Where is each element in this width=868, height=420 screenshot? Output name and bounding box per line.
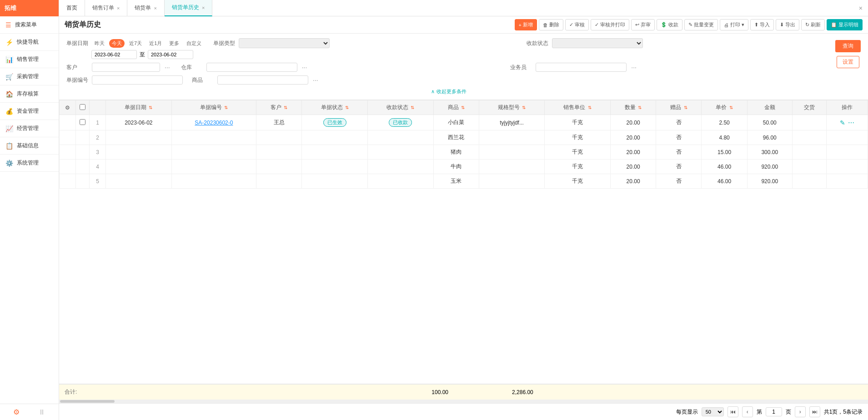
row-unit-price: 2.50 — [702, 115, 747, 130]
collapse-btn[interactable]: ∧ 收起更多条件 — [66, 88, 831, 95]
delete-button[interactable]: 🗑 删除 — [539, 19, 563, 30]
date-tag-7days[interactable]: 近7天 — [126, 39, 145, 48]
sidebar-item-operations-mgmt[interactable]: 📈 经营管理 — [0, 120, 59, 137]
col-gift[interactable]: 赠品 ⇅ — [656, 100, 702, 115]
scroll-bar[interactable] — [59, 400, 868, 403]
doc-type-select[interactable] — [239, 38, 330, 48]
sidebar-item-quick-nav[interactable]: ⚡ 快捷导航 — [0, 34, 59, 51]
date-start-input[interactable] — [91, 50, 137, 59]
col-quantity[interactable]: 数量 ⇅ — [610, 100, 656, 115]
collect-icon: 💲 — [661, 22, 667, 28]
next-page-btn[interactable]: › — [795, 406, 806, 417]
col-unit-price[interactable]: 单价 ⇅ — [702, 100, 747, 115]
salesperson-input[interactable] — [536, 63, 627, 72]
sidebar-item-sales-mgmt[interactable]: 📊 销售管理 — [0, 51, 59, 68]
last-page-btn[interactable]: ⏭ — [809, 406, 820, 417]
doc-no-link[interactable]: SA-20230602-0 — [195, 120, 233, 126]
row-doc-no[interactable] — [171, 145, 256, 160]
date-tag-yesterday[interactable]: 昨天 — [92, 39, 107, 48]
col-doc-no[interactable]: 单据编号 ⇅ — [171, 100, 256, 115]
table-row: 3猪肉千克20.00否15.00300.00 — [60, 145, 868, 160]
date-range-separator: 至 — [140, 51, 145, 59]
row-spec — [479, 160, 545, 174]
goods-input[interactable] — [217, 75, 308, 85]
doc-status-sort-icon: ⇅ — [345, 105, 349, 110]
customer-input[interactable] — [92, 63, 160, 72]
doc-no-input[interactable] — [92, 75, 183, 85]
query-button[interactable]: 查询 — [835, 40, 861, 52]
batch-change-icon: ✎ — [688, 22, 692, 28]
date-tag-1month[interactable]: 近1月 — [146, 39, 165, 48]
col-doc-date[interactable]: 单据日期 ⇅ — [106, 100, 172, 115]
row-transaction — [792, 130, 827, 145]
refresh-button[interactable]: ↻ 刷新 — [801, 19, 825, 30]
collect-button[interactable]: 💲 收款 — [657, 19, 682, 30]
col-payment-status[interactable]: 收款状态 ⇅ — [367, 100, 433, 115]
sidebar-item-search-menu[interactable]: ☰ 搜索菜单 — [0, 16, 59, 34]
batch-change-button[interactable]: ✎ 批量变更 — [684, 19, 718, 30]
page-size-select[interactable]: 50 100 — [702, 407, 724, 416]
row-doc-no[interactable] — [171, 130, 256, 145]
new-button[interactable]: + 新增 — [515, 19, 537, 30]
col-goods[interactable]: 商品 ⇅ — [433, 100, 479, 115]
payment-status-select[interactable] — [552, 38, 643, 48]
tab-home[interactable]: 首页 — [59, 0, 85, 16]
date-tag-today[interactable]: 今天 — [109, 39, 125, 48]
customer-dots-btn[interactable]: ··· — [163, 64, 172, 71]
sidebar-item-finance-mgmt[interactable]: 💰 资金管理 — [0, 103, 59, 120]
warehouse-input[interactable] — [206, 63, 297, 72]
setting-button[interactable]: 设置 — [837, 56, 859, 68]
sales-unit-sort-icon: ⇅ — [588, 105, 592, 110]
tab-sales-delivery-close[interactable]: × — [154, 5, 156, 11]
tab-sales-order-close[interactable]: × — [117, 5, 120, 11]
col-sales-unit[interactable]: 销售单位 ⇅ — [545, 100, 611, 115]
tab-sales-delivery[interactable]: 销货单 × — [127, 0, 164, 16]
audit-print-button[interactable]: ✓ 审核并打印 — [591, 19, 629, 30]
sidebar-item-inventory[interactable]: 🏠 库存核算 — [0, 85, 59, 103]
row-sales-unit: 千克 — [545, 130, 611, 145]
date-end-input[interactable] — [148, 50, 193, 59]
prev-page-btn[interactable]: ‹ — [742, 406, 753, 417]
scroll-thumb[interactable] — [60, 400, 115, 403]
import-button[interactable]: ⬆ 导入 — [750, 19, 774, 30]
select-all-checkbox[interactable] — [80, 104, 85, 110]
salesperson-dots-btn[interactable]: ··· — [629, 64, 638, 71]
row-doc-status — [302, 130, 368, 145]
row-checkbox-cell — [76, 115, 90, 130]
row-sales-unit: 千克 — [545, 115, 611, 130]
row-checkbox[interactable] — [80, 119, 85, 125]
show-detail-button[interactable]: 📋 显示明细 — [827, 19, 863, 30]
col-doc-status[interactable]: 单据状态 ⇅ — [302, 100, 368, 115]
date-tag-custom[interactable]: 自定义 — [184, 39, 204, 48]
col-spec[interactable]: 规格型号 ⇅ — [479, 100, 545, 115]
tab-sales-history-close[interactable]: × — [202, 5, 205, 10]
row-doc-no[interactable] — [171, 174, 256, 189]
audit-button[interactable]: ✓ 审核 — [565, 19, 589, 30]
tab-sales-history[interactable]: 销货单历史 × — [165, 0, 212, 16]
sidebar-item-purchase-mgmt[interactable]: 🛒 采购管理 — [0, 68, 59, 85]
first-page-btn[interactable]: ⏮ — [728, 406, 738, 417]
sidebar-item-sys-mgmt[interactable]: ⚙️ 系统管理 — [0, 155, 59, 172]
warehouse-dots-btn[interactable]: ··· — [300, 64, 309, 71]
export-button[interactable]: ⬇ 导出 — [776, 19, 799, 30]
col-settings[interactable]: ⚙ — [60, 100, 76, 115]
filter-area: 单据日期 昨天 今天 近7天 近1月 更多 自定义 单据类型 — [59, 34, 868, 100]
print-button[interactable]: 🖨 打印 ▾ — [720, 19, 748, 30]
table-header-row: ⚙ 单据日期 ⇅ 单据编号 ⇅ 客户 — [60, 100, 868, 115]
edit-action-icon[interactable]: ✎ — [840, 119, 845, 126]
col-customer[interactable]: 客户 ⇅ — [256, 100, 302, 115]
page-input[interactable] — [766, 407, 782, 416]
doc-date-sort-icon: ⇅ — [149, 105, 152, 110]
window-close-btn[interactable]: × — [853, 5, 868, 12]
row-doc-no[interactable] — [171, 160, 256, 174]
sidebar-item-basic-info[interactable]: 📋 基础信息 — [0, 137, 59, 155]
more-action-icon[interactable]: ⋯ — [848, 119, 854, 126]
row-doc-no[interactable]: SA-20230602-0 — [171, 115, 256, 130]
sidebar-collapse-icon[interactable]: ⏸ — [38, 408, 45, 416]
goods-dots-btn[interactable]: ··· — [311, 76, 320, 84]
table-row: 5玉米千克20.00否46.00920.00 — [60, 174, 868, 189]
sidebar-settings-icon[interactable]: ⚙ — [13, 408, 20, 416]
tab-sales-order[interactable]: 销售订单 × — [85, 0, 127, 16]
date-tag-more[interactable]: 更多 — [166, 39, 182, 48]
abandon-button[interactable]: ↩ 弃审 — [631, 19, 655, 30]
